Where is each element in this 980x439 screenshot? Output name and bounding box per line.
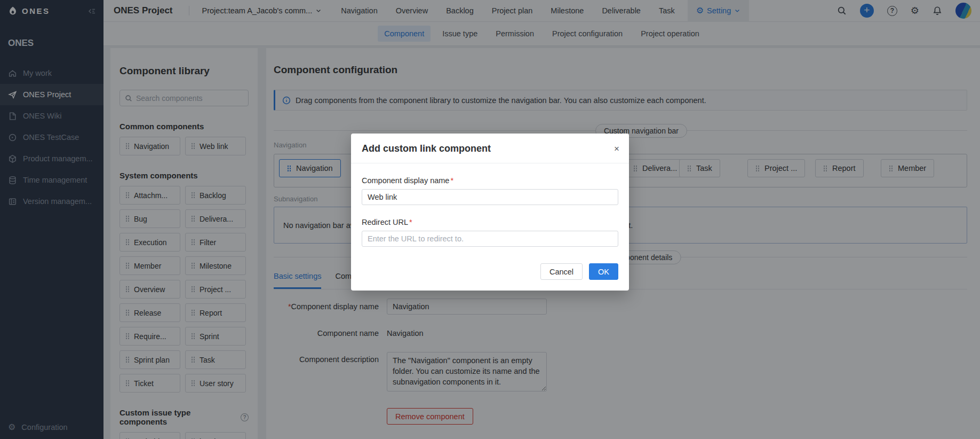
app-viewport: ONES ONES My work ONES Project ONES Wiki [0,0,980,439]
component-display-name-label: Component display name* [362,176,618,185]
dialog-title: Add custom link component [362,143,491,154]
component-display-name-label-text: Component display name [362,176,449,185]
redirect-url-input[interactable] [362,231,618,247]
dialog-body: Component display name* Redirect URL* [351,163,629,247]
component-display-name-input[interactable] [362,189,618,205]
close-icon[interactable]: × [614,144,619,153]
cancel-button[interactable]: Cancel [540,263,583,280]
dialog-footer: Cancel OK [351,247,629,291]
ok-button[interactable]: OK [589,263,618,280]
required-mark: * [409,218,412,226]
redirect-url-label-text: Redirect URL [362,218,408,226]
required-mark: * [450,176,453,185]
add-custom-link-dialog: Add custom link component × Component di… [351,134,629,291]
redirect-url-label: Redirect URL* [362,218,618,226]
dialog-header: Add custom link component × [351,134,629,163]
